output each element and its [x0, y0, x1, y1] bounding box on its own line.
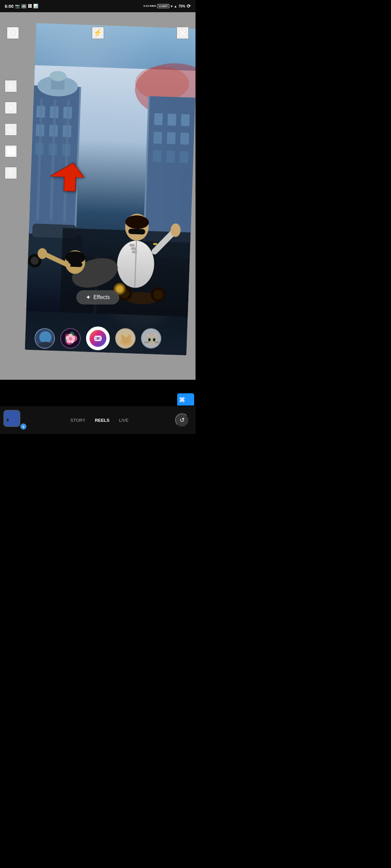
effects-star-icon: ✦ [86, 294, 91, 301]
capture-button[interactable] [86, 327, 110, 350]
svg-point-78 [97, 337, 99, 340]
svg-text:⌘: ⌘ [179, 397, 185, 403]
svg-rect-30 [180, 151, 188, 163]
top-controls: ⚙ ⚡̶ ✕ [0, 24, 196, 41]
photo-frame [25, 23, 196, 355]
tab-reels[interactable]: REELS [95, 418, 109, 423]
music-button[interactable]: ♫ [5, 80, 17, 92]
status-left: 6:00 📷 m 🖼 📊 [5, 4, 38, 9]
svg-rect-29 [166, 151, 175, 163]
clock-button[interactable]: ⏱ [5, 167, 17, 179]
gallery-thumb-4[interactable] [141, 328, 161, 349]
battery-icon: ⟳ [187, 3, 191, 9]
nav-right: ↺ [172, 413, 192, 427]
camera-flip-button[interactable]: ↺ [175, 413, 189, 427]
camera-status-icon: 📷 [15, 4, 20, 8]
svg-point-82 [99, 339, 101, 340]
reel-icon [89, 330, 106, 347]
svg-point-81 [95, 339, 97, 340]
watermark: ⌘ [177, 393, 194, 406]
gallery-thumb-3[interactable] [115, 328, 136, 349]
status-right: 0.13 KB/S VoWiFi ▾ ▲ 70% ⟳ [143, 3, 191, 9]
svg-rect-23 [167, 114, 176, 126]
svg-point-71 [70, 335, 77, 342]
timer-button[interactable]: 15 [5, 102, 17, 114]
bottom-nav: 📱 + STORY REELS LIVE ↺ [0, 406, 196, 434]
svg-rect-63 [153, 243, 157, 245]
nav-gallery-thumb[interactable]: 📱 + [3, 410, 27, 430]
effects-label: Effects [94, 294, 110, 300]
effects-area: ✦ Effects [76, 290, 120, 304]
svg-text:📱: 📱 [6, 418, 10, 422]
thumbnail-strip [0, 325, 196, 352]
gallery-thumb-1[interactable] [35, 328, 55, 349]
signal-icon: ▲ [174, 4, 177, 8]
svg-point-74 [65, 336, 69, 342]
gallery-thumb-2[interactable] [60, 328, 81, 349]
clock-icon: ⏱ [7, 169, 15, 177]
data-speed: 0.13 KB/S [143, 4, 156, 8]
svg-rect-27 [180, 133, 189, 145]
svg-rect-50 [128, 229, 145, 235]
flash-button[interactable]: ⚡̶ [92, 27, 104, 39]
layout-icon [6, 147, 15, 156]
svg-point-67 [39, 331, 52, 343]
speed-button[interactable]: 1× [5, 123, 17, 136]
svg-rect-25 [153, 132, 162, 144]
wifi-icon: ▾ [171, 4, 172, 8]
close-button[interactable]: ✕ [177, 27, 189, 39]
status-bar: 6:00 📷 m 🖼 📊 0.13 KB/S VoWiFi ▾ ▲ 70% ⟳ [0, 0, 196, 12]
speed-label: 1× [8, 127, 14, 132]
svg-rect-56 [132, 251, 137, 253]
svg-point-79 [95, 337, 97, 338]
timer-circle: 15 [5, 102, 16, 113]
svg-rect-69 [61, 329, 81, 349]
nav-plus-button[interactable]: + [20, 423, 26, 430]
layout-button[interactable] [5, 145, 17, 157]
svg-point-72 [65, 334, 70, 339]
left-toolbar: ♫ 15 1× ⏱ [5, 80, 17, 179]
close-icon: ✕ [179, 28, 186, 38]
mic-status-icon: m [21, 4, 26, 8]
flip-icon: ↺ [180, 416, 185, 424]
camera-area: ⚙ ⚡̶ ✕ ♫ 15 1× [0, 12, 196, 380]
settings-button[interactable]: ⚙ [7, 27, 19, 39]
battery-percent: 70% [179, 4, 185, 8]
svg-point-80 [99, 337, 101, 338]
flash-x-icon: ⚡̶ [93, 28, 102, 37]
nav-thumb-image: 📱 [3, 410, 20, 427]
svg-rect-26 [167, 132, 176, 144]
svg-rect-55 [131, 247, 136, 250]
tab-story[interactable]: STORY [70, 418, 85, 423]
svg-rect-28 [153, 150, 162, 162]
nav-tabs: STORY REELS LIVE [27, 418, 172, 423]
vowifi-label: VoWiFi [157, 4, 169, 8]
gallery-status-icon: 🖼 [28, 4, 32, 8]
svg-rect-22 [154, 113, 163, 125]
svg-rect-24 [181, 114, 190, 126]
status-time: 6:00 [5, 4, 14, 9]
svg-point-98 [149, 338, 150, 341]
effects-button[interactable]: ✦ Effects [76, 290, 120, 304]
svg-point-99 [153, 338, 155, 341]
svg-rect-54 [129, 244, 135, 246]
music-icon: ♫ [8, 82, 14, 91]
svg-point-70 [65, 337, 74, 345]
tab-live[interactable]: LIVE [119, 418, 128, 423]
activity-icon: 📊 [33, 4, 38, 8]
svg-point-89 [125, 335, 127, 336]
svg-point-73 [69, 332, 75, 340]
gear-icon: ⚙ [8, 28, 18, 38]
